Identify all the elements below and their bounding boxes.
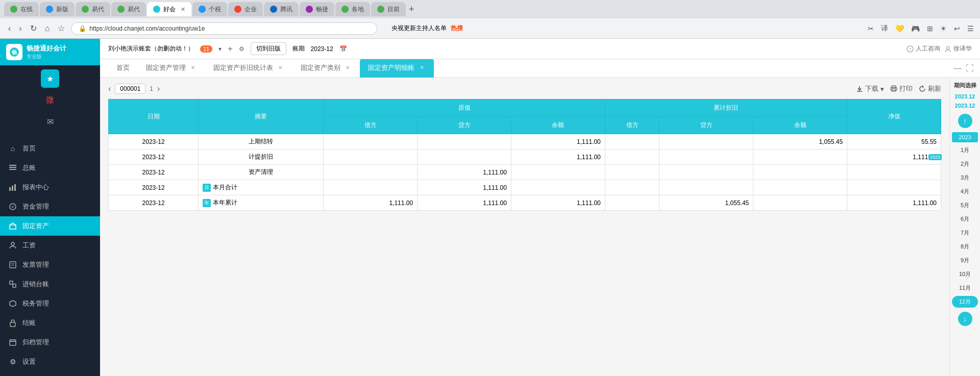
sidebar-item-archive[interactable]: 归档管理: [0, 333, 100, 352]
ledger-nav-icon: [8, 163, 17, 172]
back-button[interactable]: ‹: [6, 22, 13, 35]
period-year-2023[interactable]: 2023: [952, 132, 978, 142]
refresh-button[interactable]: 刷新: [919, 84, 941, 93]
cell-acc-credit-2: [659, 149, 753, 165]
page-tabs: 首页 固定资产管理 ✕ 固定资产折旧统计表 ✕ 固定资产类别 ✕ 固定资产明细账…: [100, 59, 980, 78]
sidebar-item-general-ledger[interactable]: 总账: [0, 158, 100, 178]
settings-gear-icon[interactable]: ⚙: [239, 45, 244, 53]
tab-home[interactable]: 首页: [108, 59, 138, 78]
scroll-down-button[interactable]: ↓: [958, 312, 972, 326]
quick-icon-mail[interactable]: ✉: [41, 112, 59, 131]
tab-asset-ledger-close[interactable]: ✕: [418, 64, 426, 72]
browser-tab-new[interactable]: 新版: [40, 2, 75, 16]
sidebar-item-reports[interactable]: 报表中心: [0, 178, 100, 197]
tab-favicon-6: [199, 6, 206, 13]
sidebar-item-closing[interactable]: 结账: [0, 313, 100, 333]
translate-icon[interactable]: 译: [881, 24, 888, 33]
reload-button[interactable]: ↻: [28, 21, 39, 35]
cell-date-1: 2023-12: [109, 134, 199, 149]
tab-fixed-asset-mgmt-close[interactable]: ✕: [189, 64, 197, 72]
forward-button[interactable]: ›: [17, 22, 23, 35]
calendar-icon[interactable]: 📅: [339, 45, 347, 53]
browser-tab-geshui[interactable]: 个税: [192, 2, 227, 16]
add-account-button[interactable]: +: [228, 44, 232, 54]
account-dropdown-icon[interactable]: ▾: [218, 45, 222, 53]
page-indicator: 1: [150, 85, 153, 92]
brightness-icon[interactable]: ☀: [940, 24, 947, 33]
period-month-12[interactable]: 12月: [952, 296, 978, 308]
period-month-7[interactable]: 7月: [952, 227, 978, 239]
period-month-5[interactable]: 5月: [952, 199, 978, 211]
sidebar-item-fund[interactable]: ¥ 资金管理: [0, 197, 100, 216]
th-original-value: 原值: [324, 99, 605, 117]
new-tab-button[interactable]: +: [409, 4, 414, 15]
sidebar-item-settings[interactable]: ⚙ 设置: [0, 352, 100, 371]
undo-icon[interactable]: ↩: [954, 24, 960, 33]
period-date-1[interactable]: 2023.12: [955, 93, 975, 99]
game-icon[interactable]: 🎮: [911, 24, 920, 33]
browser-tab-changjie[interactable]: 畅捷: [300, 2, 334, 16]
sidebar-item-tax[interactable]: 税务管理: [0, 294, 100, 313]
cell-acc-credit-1: [659, 134, 753, 149]
sidebar-logo: 畅 畅捷通好会计 专业版: [0, 39, 100, 65]
browser-tab-close-5[interactable]: ✕: [181, 6, 185, 13]
period-month-8[interactable]: 8月: [952, 241, 978, 253]
minimize-icon[interactable]: —: [953, 64, 962, 73]
tab-depreciation-stats[interactable]: 固定资产折旧统计表 ✕: [205, 59, 292, 78]
period-month-6[interactable]: 6月: [952, 213, 978, 225]
browser-tab-qiye[interactable]: 企业: [228, 2, 263, 16]
cell-summary-5: 年 本年累计: [199, 195, 324, 211]
period-month-10[interactable]: 10月: [952, 268, 978, 280]
browser-tab-online[interactable]: 在线: [4, 2, 39, 16]
sidebar-item-invoice[interactable]: 发票管理: [0, 255, 100, 274]
wallet-icon[interactable]: 💛: [895, 24, 904, 33]
period-month-4[interactable]: 4月: [952, 186, 978, 197]
download-button[interactable]: 下载 ▾: [856, 84, 884, 93]
period-month-9[interactable]: 9月: [952, 255, 978, 266]
purchase-sales-nav-icon: [8, 280, 17, 289]
next-page-button[interactable]: ›: [157, 84, 160, 93]
browser-tab-tencent[interactable]: 腾讯: [264, 2, 299, 16]
switch-version-button[interactable]: 切到旧版: [251, 42, 286, 55]
sidebar-item-guide[interactable]: ❓ 新手引导: [0, 371, 100, 376]
tab-asset-category[interactable]: 固定资产类别 ✕: [292, 59, 360, 78]
bookmark-button[interactable]: ☆: [56, 21, 67, 35]
period-header: 期间选择: [954, 82, 976, 89]
prev-page-button[interactable]: ‹: [108, 84, 111, 93]
cell-summary-2: 计提折旧: [199, 149, 324, 165]
period-month-11[interactable]: 11月: [952, 282, 978, 294]
tab-fixed-asset-mgmt[interactable]: 固定资产管理 ✕: [138, 59, 205, 78]
browser-tab-yidai2[interactable]: 易代: [111, 2, 146, 16]
period-date-2[interactable]: 2023.12: [955, 103, 975, 109]
browser-tab-haohui[interactable]: 好会 ✕: [147, 2, 191, 16]
print-button[interactable]: 打印: [890, 84, 913, 93]
tax-nav-icon: [8, 299, 17, 308]
svg-point-11: [11, 242, 14, 245]
home-button[interactable]: ⌂: [43, 22, 52, 35]
sidebar-item-purchase-sales[interactable]: 进销台账: [0, 274, 100, 294]
sidebar-item-fixed-assets[interactable]: 固定资产: [0, 216, 100, 236]
grid-icon[interactable]: ⊞: [927, 24, 933, 33]
browser-tab-gedi[interactable]: 各地: [335, 2, 370, 16]
period-month-3[interactable]: 3月: [952, 172, 978, 184]
quick-icon-weibo[interactable]: 微: [41, 91, 59, 109]
cell-acc-balance-5: [753, 195, 847, 211]
period-month-1[interactable]: 1月: [952, 144, 978, 156]
page-number-input[interactable]: [115, 84, 145, 94]
support-button[interactable]: ? 人工咨询: [906, 44, 940, 53]
maximize-icon[interactable]: ⛶: [966, 64, 974, 73]
scissors-icon[interactable]: ✂: [868, 24, 874, 33]
tab-depreciation-stats-close[interactable]: ✕: [276, 64, 284, 72]
quick-icon-star[interactable]: ★: [41, 69, 59, 88]
user-button[interactable]: 徐译华: [944, 44, 972, 53]
sidebar-item-home[interactable]: ⌂ 首页: [0, 139, 100, 158]
menu-icon[interactable]: ☰: [967, 24, 974, 33]
browser-tab-muqian[interactable]: 目前: [371, 2, 406, 16]
sidebar-item-payroll[interactable]: 工资: [0, 236, 100, 255]
tab-asset-ledger[interactable]: 固定资产明细账 ✕: [360, 59, 434, 78]
browser-tab-yidai1[interactable]: 易代: [76, 2, 110, 16]
address-input[interactable]: 🔒 https://cloud.chanjet.com/accounting/u…: [71, 22, 377, 35]
period-month-2[interactable]: 2月: [952, 158, 978, 170]
scroll-up-button[interactable]: ↑: [958, 114, 972, 128]
tab-asset-category-close[interactable]: ✕: [344, 64, 352, 72]
